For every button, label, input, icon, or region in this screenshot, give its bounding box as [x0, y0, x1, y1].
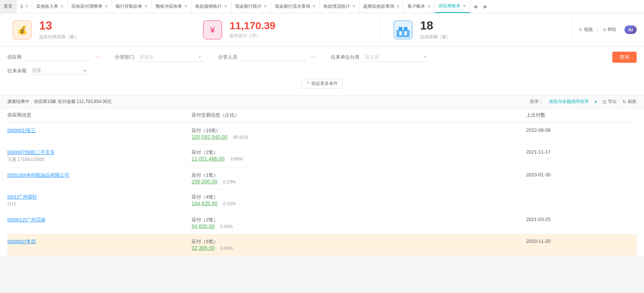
sort-label: 排序： — [530, 99, 543, 105]
ai-badge[interactable]: Ai — [624, 25, 637, 34]
result-actions: 排序： 按应付余额倒序排序 ▾ ⊡ 导出 ↻ 刷新 — [530, 99, 637, 105]
supplier-info-cell: [001]广州荣轩 仔仔 — [7, 194, 192, 207]
dept-placeholder: 请选择... — [139, 54, 158, 61]
data-table: 供应商信息 应付交易信息（占比） 上次付数 [000001]张三 应付（15笔）… — [0, 108, 644, 256]
supplier-input[interactable] — [25, 54, 91, 61]
stat-card-payable-suppliers: 💰 13 总应付供应商（家） — [0, 13, 190, 46]
close-icon[interactable]: ✕ — [396, 4, 400, 9]
category-placeholder: 请选择... — [365, 54, 383, 61]
export-button[interactable]: ⊡ 导出 — [603, 99, 617, 105]
refresh-button[interactable]: ↻ 刷新 — [623, 99, 637, 105]
transaction-amount[interactable]: 32,366.00 — [192, 245, 214, 251]
top-navigation: 首页 3 ✕ 其他收入单 ✕ 应收应付调整单 ✕ 银行存取款单 ✕ 预收冲应收单… — [0, 0, 644, 13]
close-icon[interactable]: ✕ — [352, 4, 356, 9]
table-row: [000100]本特勤油品有限公司 应付（1笔） 258,000.00 0.23… — [7, 168, 637, 189]
nav-item-cash-bank-stat[interactable]: 现金银行统计 ✕ — [231, 0, 271, 13]
supplier-info-cell: [000001]张三 — [7, 127, 192, 135]
nav-item-ar-ap-adjust[interactable]: 应收应付调整单 ✕ — [68, 0, 112, 13]
transaction-amount[interactable]: 11,051,486.00 — [192, 156, 225, 162]
transaction-info-cell: 应付（2笔） 11,051,486.00 9.89% — [192, 149, 526, 162]
sort-select[interactable]: 按应付余额倒序排序 — [549, 99, 589, 105]
supplier-link[interactable]: [001]广州荣轩 — [7, 194, 192, 200]
transaction-label: 应付（2笔） — [192, 149, 526, 156]
transaction-amount[interactable]: 100,092,540.00 — [192, 134, 227, 140]
filter-dept: 分管部门 请选择... ▾ — [115, 53, 203, 62]
supplier-link[interactable]: [000007]恒旺二手叉车 — [7, 149, 192, 156]
close-icon[interactable]: ✕ — [184, 4, 188, 9]
video-circle-icon: ⊙ — [579, 27, 582, 32]
stat-info-total-suppliers: 18 总供应商（家） — [420, 19, 451, 40]
close-icon[interactable]: ✕ — [427, 4, 431, 9]
nav-item-bank-deposit[interactable]: 银行存取款单 ✕ — [112, 0, 152, 13]
payable-suppliers-icon: 💰 — [11, 19, 33, 41]
close-icon[interactable]: ✕ — [60, 4, 64, 9]
svg-text:💰: 💰 — [17, 25, 28, 35]
table-header: 供应商信息 应付交易信息（占比） 上次付数 — [7, 108, 637, 123]
person-label: 分管人员 — [218, 54, 237, 61]
payable-suppliers-number: 13 — [39, 19, 79, 32]
help-link[interactable]: ⊙ 帮助 — [603, 27, 616, 33]
payable-total-number: 11,170.39 — [230, 20, 276, 32]
transaction-label: 应付（2笔） — [192, 217, 526, 223]
supplier-dots-icon[interactable]: ··· — [95, 54, 100, 61]
supplier-link[interactable]: [000002]李四 — [7, 238, 192, 245]
supplier-link[interactable]: [000012]广州贝瑞 — [7, 217, 192, 223]
payable-total-icon: ¥ — [202, 19, 224, 41]
filter-category: 往来单位分类 请选择... ▾ — [331, 53, 429, 62]
nav-item-customer-ledger[interactable]: 客户账本 ✕ — [404, 0, 435, 13]
transaction-amount[interactable]: 94,600.00 — [192, 223, 214, 229]
nav-item-supplier-ledger[interactable]: 供应商账本 ✕ — [435, 0, 470, 13]
supplier-link[interactable]: [000100]本特勤油品有限公司 — [7, 172, 192, 179]
nav-item-home[interactable]: 首页 — [0, 0, 17, 13]
nav-item-receipt-verify[interactable]: 收款核销执行 ✕ — [192, 0, 231, 13]
transaction-info-cell: 应付（5笔） 32,366.00 0.03% — [192, 238, 526, 251]
close-icon[interactable]: ✕ — [25, 4, 28, 9]
col-last-payment: 上次付数 — [526, 112, 637, 118]
category-label: 往来单位分类 — [331, 54, 360, 61]
nav-item-tab3[interactable]: 3 ✕ — [17, 0, 32, 13]
supplier-info-cell: [000012]广州贝瑞 — [7, 217, 192, 224]
svg-rect-7 — [404, 27, 407, 31]
video-link[interactable]: ⊙ 视频 — [579, 27, 592, 33]
collapse-button[interactable]: ⌃ 收起更多条件 — [301, 79, 343, 89]
transaction-label: 应付（1笔） — [192, 172, 526, 179]
category-select[interactable]: 请选择... ▾ — [363, 53, 429, 62]
dept-label: 分管部门 — [115, 54, 134, 61]
person-dots-icon[interactable]: ··· — [311, 54, 316, 61]
chevron-down-icon: ▾ — [424, 54, 427, 60]
nav-item-other-income[interactable]: 其他收入单 ✕ — [32, 0, 68, 13]
chevron-down-icon: ▾ — [595, 99, 597, 104]
table-row: [001]广州荣轩 仔仔 应付（4笔） 164,635.90 0.15% — [7, 189, 637, 212]
transaction-amount[interactable]: 258,000.00 — [192, 179, 217, 185]
close-icon[interactable]: ✕ — [105, 4, 108, 9]
nav-item-overdue-ar[interactable]: 超期应收款查询 ✕ — [360, 0, 404, 13]
close-icon[interactable]: ✕ — [264, 4, 267, 9]
person-input[interactable] — [240, 54, 307, 61]
supplier-link[interactable]: [000001]张三 — [7, 127, 192, 134]
balance-select[interactable]: 选择... ▾ — [29, 66, 88, 75]
table-row: [000002]李四 应付（5笔） 32,366.00 0.03% 2020-1… — [7, 234, 637, 256]
nav-item-cash-bank-query[interactable]: 现金银行流水查询 ✕ — [271, 0, 320, 13]
nav-item-advance-offset[interactable]: 预收冲应收单 ✕ — [152, 0, 192, 13]
close-icon[interactable]: ✕ — [224, 4, 227, 9]
stat-info-payable-total: 11,170.39 应付合计（万） — [230, 20, 276, 39]
table-row: [000007]恒旺二手叉车 王通 17106110000 应付（2笔） 11,… — [7, 145, 637, 168]
query-button[interactable]: 查询 — [612, 52, 637, 63]
close-icon[interactable]: ✕ — [312, 4, 316, 9]
table-row: [000001]张三 应付（15笔） 100,092,540.00 89.61%… — [7, 123, 637, 145]
close-icon[interactable]: ✕ — [463, 4, 466, 8]
last-payment-cell: 2020-11-20 — [526, 238, 637, 244]
svg-rect-9 — [405, 31, 407, 35]
transaction-info-cell: 应付（2笔） 94,600.00 0.08% — [192, 217, 526, 229]
nav-next-button[interactable]: ▶ — [480, 0, 491, 13]
last-payment-cell: 2021-03-25 — [526, 217, 637, 222]
transaction-percent: 0.03% — [220, 246, 233, 251]
close-icon[interactable]: ✕ — [144, 4, 148, 9]
transaction-amount[interactable]: 164,635.90 — [192, 200, 217, 206]
dept-select[interactable]: 请选择... ▾ — [137, 53, 203, 62]
nav-item-receipt-stat[interactable]: 收款情况统计 ✕ — [320, 0, 360, 13]
balance-label: 往来余额 — [7, 68, 27, 74]
nav-prev-button[interactable]: ◀ — [470, 0, 480, 13]
transaction-percent: 0.08% — [220, 224, 233, 229]
chevron-down-icon: ▾ — [199, 54, 201, 60]
